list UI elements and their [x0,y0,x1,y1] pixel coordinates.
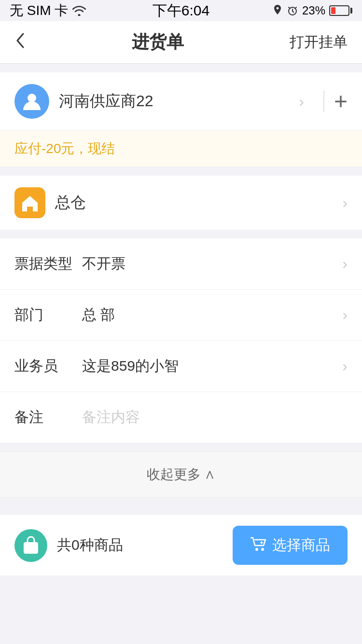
notice-text: 应付-20元，现结 [14,141,115,156]
svg-rect-2 [24,542,38,554]
department-label: 部门 [14,305,82,325]
form-section: 票据类型 不开票 › 部门 总 部 › 业务员 这是859的小智 › 备注 备注… [0,238,362,443]
department-row[interactable]: 部门 总 部 › [0,290,362,341]
remark-input[interactable]: 备注内容 [82,407,348,427]
add-supplier-button[interactable]: + [334,90,348,113]
remark-label: 备注 [14,407,82,427]
house-icon [20,193,40,212]
svg-point-4 [261,548,264,551]
salesman-chevron-icon: › [342,357,348,375]
collapse-button[interactable]: 收起更多 ∧ [147,467,216,482]
salesman-label: 业务员 [14,356,82,376]
back-button[interactable] [14,31,26,54]
separator-1 [0,64,362,72]
supplier-chevron-icon: › [299,93,304,111]
bottom-bar: 共0种商品 选择商品 [0,515,362,575]
warehouse-chevron-icon: › [342,194,348,212]
warehouse-name: 总仓 [55,192,342,213]
supplier-avatar [14,84,49,119]
warehouse-row[interactable]: 总仓 › [0,176,362,230]
warehouse-icon [14,187,45,218]
warehouse-section: 总仓 › [0,176,362,230]
status-time: 下午6:04 [153,1,209,21]
shopping-bag-icon [21,535,41,556]
department-chevron-icon: › [342,306,348,324]
page-background [0,575,362,644]
nav-bar: 进货单 打开挂单 [0,21,362,64]
status-carrier: 无 SIM 卡 [10,1,86,20]
open-pending-button[interactable]: 打开挂单 [290,32,348,52]
supplier-section: 河南供应商22 › + 应付-20元，现结 [0,72,362,167]
battery-indicator [329,5,352,16]
status-right: 23% [272,4,352,17]
svg-point-3 [255,548,258,551]
location-icon [272,5,283,16]
status-bar: 无 SIM 卡 下午6:04 23% [0,0,362,21]
product-count-icon [14,529,47,562]
department-value: 总 部 [82,305,342,325]
invoice-type-value: 不开票 [82,254,342,274]
salesman-row[interactable]: 业务员 这是859的小智 › [0,341,362,392]
select-product-label: 选择商品 [272,535,330,555]
page-title: 进货单 [132,30,184,54]
remark-row[interactable]: 备注 备注内容 [0,392,362,443]
product-count-text: 共0种商品 [57,535,233,555]
select-product-button[interactable]: 选择商品 [233,526,348,565]
wifi-icon [72,5,86,16]
invoice-type-chevron-icon: › [342,255,348,273]
invoice-type-label: 票据类型 [14,254,82,274]
supplier-row[interactable]: 河南供应商22 › + [0,72,362,131]
person-icon [21,91,42,112]
separator-2 [0,167,362,176]
separator-3 [0,498,362,506]
salesman-value: 这是859的小智 [82,356,342,376]
notice-bar: 应付-20元，现结 [0,131,362,167]
supplier-name: 河南供应商22 [59,91,299,112]
invoice-type-row[interactable]: 票据类型 不开票 › [0,238,362,290]
svg-point-1 [28,94,36,102]
battery-percent: 23% [302,4,325,17]
collapse-section[interactable]: 收起更多 ∧ [0,451,362,498]
cart-icon [250,536,267,555]
carrier-text: 无 SIM 卡 [10,1,68,20]
alarm-icon [287,5,298,16]
supplier-divider [323,91,324,112]
